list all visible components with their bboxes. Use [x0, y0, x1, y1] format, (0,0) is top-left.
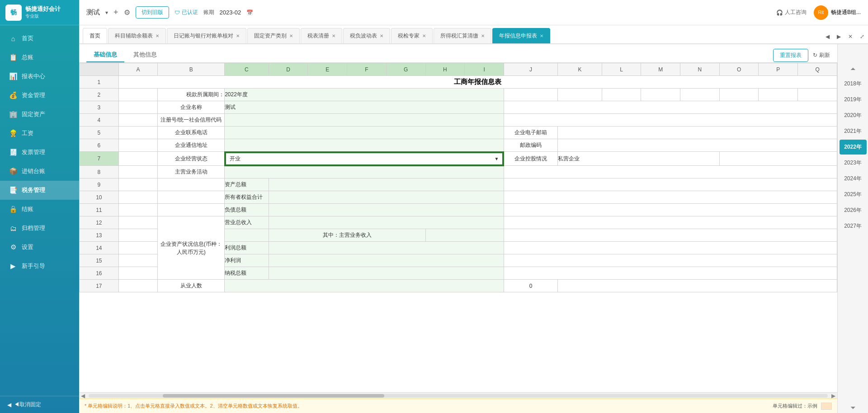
- cell-A7[interactable]: [118, 152, 158, 166]
- close-icon[interactable]: ✕: [380, 33, 383, 38]
- cell-J9[interactable]: [504, 178, 837, 191]
- tab-aux[interactable]: 科目辅助余额表 ✕: [108, 28, 166, 43]
- cell-A13[interactable]: [118, 229, 158, 242]
- tab-fixed[interactable]: 固定资产类别 ✕: [247, 28, 300, 43]
- tab-tax-inspect[interactable]: 税检专家 ✕: [391, 28, 433, 43]
- topbar-dropdown-btn[interactable]: ▾: [105, 9, 108, 16]
- cell-D12[interactable]: [269, 216, 504, 229]
- sidebar-item-ledger[interactable]: 📋 总账: [0, 48, 79, 67]
- year-btn-2023[interactable]: 2023年: [840, 155, 867, 170]
- col-header-J[interactable]: J: [504, 63, 557, 76]
- cell-D16[interactable]: [269, 267, 504, 280]
- col-header-B[interactable]: B: [158, 63, 225, 76]
- cell-J11[interactable]: [504, 204, 837, 216]
- cell-C9[interactable]: 资产总额: [225, 178, 269, 191]
- cell-C8[interactable]: [225, 166, 504, 178]
- cell-A11[interactable]: [118, 204, 158, 216]
- reset-report-btn[interactable]: 重置报表: [773, 49, 808, 62]
- col-header-N[interactable]: N: [680, 63, 720, 76]
- cell-C14[interactable]: 利润总额: [225, 242, 269, 254]
- year-btn-2024[interactable]: 2024年: [840, 171, 867, 186]
- col-header-P[interactable]: P: [759, 63, 798, 76]
- cell-J14[interactable]: [504, 242, 837, 254]
- sidebar-item-invoice[interactable]: 🧾 发票管理: [0, 143, 79, 162]
- scroll-right-btn[interactable]: ▶: [830, 393, 837, 399]
- year-btn-2020[interactable]: 2020年: [840, 108, 867, 123]
- cell-C11[interactable]: 负债总额: [225, 204, 269, 216]
- cell-C16[interactable]: 纳税总额: [225, 267, 269, 280]
- sidebar-item-purchase-sale[interactable]: 📦 进销台账: [0, 162, 79, 181]
- cell-J16[interactable]: [504, 267, 837, 280]
- sidebar-item-tax[interactable]: 📑 税务管理: [0, 181, 79, 200]
- close-icon[interactable]: ✕: [332, 33, 335, 38]
- close-icon[interactable]: ✕: [481, 33, 485, 38]
- inner-tab-basic[interactable]: 基础信息: [86, 48, 124, 62]
- cell-B4[interactable]: 注册号/统一社会信用代码: [158, 114, 225, 127]
- scroll-thumb[interactable]: [163, 394, 385, 398]
- cell-K17[interactable]: [558, 280, 837, 292]
- cell-K5[interactable]: [558, 127, 837, 139]
- cell-B6[interactable]: 企业通信地址: [158, 139, 225, 152]
- cell-J2[interactable]: [504, 89, 557, 101]
- col-header-L[interactable]: L: [602, 63, 641, 76]
- refresh-btn[interactable]: ↻ 刷新: [813, 52, 830, 59]
- cell-M2[interactable]: [641, 89, 680, 101]
- sidebar-item-fixed-assets[interactable]: 🏢 固定资产: [0, 105, 79, 124]
- cell-P2[interactable]: [759, 89, 798, 101]
- col-header-D[interactable]: D: [269, 63, 308, 76]
- cell-C7-dropdown[interactable]: 开业 ▼: [225, 152, 504, 166]
- year-btn-2026[interactable]: 2026年: [840, 203, 867, 218]
- switch-old-btn[interactable]: 切到旧版: [136, 6, 169, 19]
- cell-Q2[interactable]: [798, 89, 837, 101]
- cell-A17[interactable]: [118, 280, 158, 292]
- tab-income-tax[interactable]: 所得税汇算清缴 ✕: [434, 28, 491, 43]
- cell-B2[interactable]: 税款所属期间：: [158, 89, 225, 101]
- tab-close-btn[interactable]: ✕: [844, 30, 856, 43]
- sidebar-item-funds[interactable]: 💰 资金管理: [0, 86, 79, 105]
- cell-J3[interactable]: [504, 101, 837, 114]
- col-header-M[interactable]: M: [641, 63, 680, 76]
- cell-B3[interactable]: 企业名称: [158, 101, 225, 114]
- sidebar-item-guide[interactable]: ▶ 新手引导: [0, 257, 79, 276]
- cell-D13[interactable]: 其中：主营业务收入: [269, 229, 425, 242]
- cell-C5[interactable]: [225, 127, 504, 139]
- service-btn[interactable]: 🎧 人工咨询: [776, 9, 807, 16]
- cell-B7[interactable]: 企业经营状态: [158, 152, 225, 166]
- cell-A9[interactable]: [118, 178, 158, 191]
- sidebar-item-report[interactable]: 📊 报表中心: [0, 67, 79, 86]
- col-header-H[interactable]: H: [425, 63, 465, 76]
- cell-D11[interactable]: [269, 204, 504, 216]
- year-panel-down-btn[interactable]: ⏷: [838, 402, 868, 413]
- cell-B10[interactable]: [158, 191, 225, 204]
- cell-B8[interactable]: 主营业务活动: [158, 166, 225, 178]
- col-header-O[interactable]: O: [719, 63, 759, 76]
- scroll-track[interactable]: [89, 394, 828, 398]
- col-header-C[interactable]: C: [225, 63, 269, 76]
- cell-C15[interactable]: 净利润: [225, 254, 269, 267]
- cell-C3[interactable]: 测试: [225, 101, 504, 114]
- cell-A3[interactable]: [118, 101, 158, 114]
- year-panel-up-btn[interactable]: ⏶: [838, 63, 868, 74]
- sidebar-pin-btn[interactable]: ◀ ◀取消固定: [0, 396, 79, 413]
- col-header-F[interactable]: F: [347, 63, 387, 76]
- cell-J10[interactable]: [504, 191, 837, 204]
- cell-A14[interactable]: [118, 242, 158, 254]
- tab-tax-wave[interactable]: 税负波动表 ✕: [343, 28, 390, 43]
- horizontal-scrollbar[interactable]: ◀ ▶: [79, 392, 837, 399]
- calendar-icon[interactable]: 📅: [246, 9, 253, 16]
- col-header-I[interactable]: I: [465, 63, 504, 76]
- cell-K6[interactable]: [558, 139, 837, 152]
- col-header-K[interactable]: K: [558, 63, 602, 76]
- col-header-A[interactable]: A: [118, 63, 158, 76]
- close-icon[interactable]: ✕: [289, 33, 293, 38]
- cell-J6[interactable]: 邮政编码: [504, 139, 557, 152]
- cell-C4[interactable]: [225, 114, 504, 127]
- year-btn-2021[interactable]: 2021年: [840, 124, 867, 139]
- cell-A2[interactable]: [118, 89, 158, 101]
- cell-A16[interactable]: [118, 267, 158, 280]
- cell-J12[interactable]: [504, 216, 837, 229]
- cell-C6[interactable]: [225, 139, 504, 152]
- topbar-add-btn[interactable]: +: [113, 8, 118, 17]
- cell-O7[interactable]: [719, 152, 837, 166]
- cell-D9[interactable]: [269, 178, 504, 191]
